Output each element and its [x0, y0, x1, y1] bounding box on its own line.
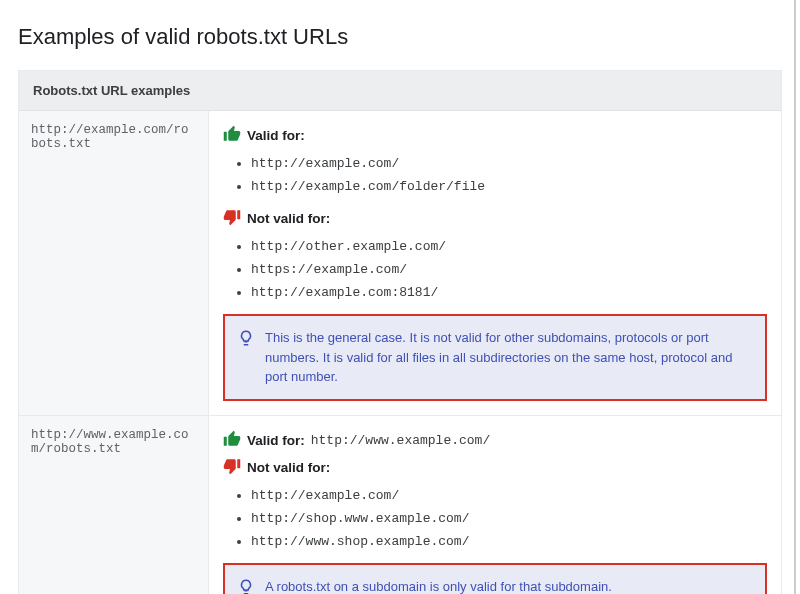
thumb-up-icon — [223, 125, 241, 146]
valid-label: Valid for: — [247, 433, 305, 448]
list-item: https://example.com/ — [251, 258, 767, 281]
not-valid-list: http://example.com/ http://shop.www.exam… — [223, 484, 767, 553]
examples-table: Robots.txt URL examples http://example.c… — [18, 70, 782, 594]
scrollbar-track[interactable] — [794, 0, 796, 594]
url-cell: http://www.example.com/robots.txt — [19, 416, 209, 595]
list-item: http://example.com/ — [251, 152, 767, 175]
valid-for-line: Valid for: http://www.example.com/ — [223, 430, 767, 451]
url-cell: http://example.com/robots.txt — [19, 111, 209, 415]
valid-for-line: Valid for: — [223, 125, 767, 146]
valid-label: Valid for: — [247, 128, 305, 143]
lightbulb-icon — [237, 578, 255, 595]
not-valid-list: http://other.example.com/ https://exampl… — [223, 235, 767, 304]
list-item: http://example.com/ — [251, 484, 767, 507]
thumb-down-icon — [223, 208, 241, 229]
list-item: http://shop.www.example.com/ — [251, 507, 767, 530]
not-valid-for-line: Not valid for: — [223, 208, 767, 229]
details-cell: Valid for: http://example.com/ http://ex… — [209, 111, 781, 415]
note-text: A robots.txt on a subdomain is only vali… — [265, 577, 612, 595]
note-box: A robots.txt on a subdomain is only vali… — [223, 563, 767, 595]
table-header: Robots.txt URL examples — [19, 71, 781, 111]
table-row: http://example.com/robots.txt Valid for:… — [19, 111, 781, 416]
page-title: Examples of valid robots.txt URLs — [18, 24, 782, 50]
valid-list: http://example.com/ http://example.com/f… — [223, 152, 767, 198]
list-item: http://other.example.com/ — [251, 235, 767, 258]
not-valid-for-line: Not valid for: — [223, 457, 767, 478]
note-box: This is the general case. It is not vali… — [223, 314, 767, 401]
valid-inline-url: http://www.example.com/ — [311, 433, 490, 448]
lightbulb-icon — [237, 329, 255, 350]
not-valid-label: Not valid for: — [247, 460, 330, 475]
not-valid-label: Not valid for: — [247, 211, 330, 226]
list-item: http://example.com/folder/file — [251, 175, 767, 198]
list-item: http://www.shop.example.com/ — [251, 530, 767, 553]
note-text: This is the general case. It is not vali… — [265, 328, 753, 387]
table-row: http://www.example.com/robots.txt Valid … — [19, 416, 781, 595]
details-cell: Valid for: http://www.example.com/ Not v… — [209, 416, 781, 595]
thumb-up-icon — [223, 430, 241, 451]
list-item: http://example.com:8181/ — [251, 281, 767, 304]
thumb-down-icon — [223, 457, 241, 478]
